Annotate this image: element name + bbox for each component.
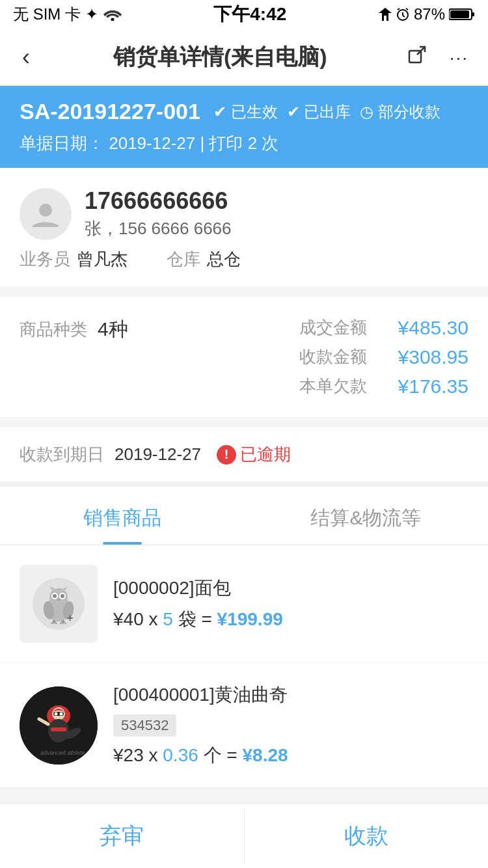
customer-avatar — [20, 188, 72, 240]
sim-label: 无 SIM 卡 ✦ — [13, 4, 98, 25]
warehouse-info: 仓库 总仓 — [167, 248, 241, 271]
stats-right: 成交金额 ¥485.30 收款金额 ¥308.95 本单欠款 ¥176.35 — [299, 316, 468, 398]
badge-partial: ◷ 部分收款 — [360, 102, 441, 122]
svg-rect-35 — [51, 727, 66, 731]
svg-line-5 — [406, 8, 408, 10]
price-qty-2: 0.36 — [163, 745, 198, 765]
warehouse-value: 总仓 — [207, 248, 241, 271]
tab-settlement[interactable]: 结算&物流等 — [244, 487, 488, 545]
product-item-2: advanced athlete [000400001]黄油曲奇 534532 … — [0, 663, 488, 788]
order-meta: 单据日期： 2019-12-27 | 打印 2 次 — [20, 132, 468, 155]
location-icon — [379, 8, 392, 21]
product-price-2: ¥23 x 0.36 个 = ¥8.28 — [113, 743, 468, 768]
tabs: 销售商品 结算&物流等 — [0, 487, 488, 545]
product-thumb-1: + — [20, 565, 98, 643]
overdue-badge: ! 已逾期 — [217, 443, 291, 466]
bottom-bar: 弃审 收款 — [0, 803, 488, 868]
product-list: + [0000002]面包 ¥40 x 5 袋 = ¥199.99 — [0, 545, 488, 788]
meta-print: | 打印 2 次 — [200, 133, 278, 153]
share-button[interactable] — [404, 40, 433, 74]
status-left: 无 SIM 卡 ✦ — [13, 4, 122, 25]
svg-text:+: + — [67, 612, 73, 623]
order-banner: SA-20191227-001 ✔ 已生效 ✔ 已出库 ◷ 部分收款 单据日期：… — [0, 86, 488, 168]
price-total-1: ¥199.99 — [217, 609, 283, 629]
battery-text: 87% — [414, 5, 445, 23]
badge-shipped: ✔ 已出库 — [287, 102, 351, 122]
type-label: 商品种类 — [20, 318, 87, 341]
price-eq-1: = — [201, 609, 217, 629]
meta-date: 2019-12-27 — [109, 133, 195, 153]
due-date: 2019-12-27 — [115, 444, 201, 465]
sales-value: 曾凡杰 — [77, 248, 128, 271]
svg-point-39 — [55, 712, 58, 715]
due-section: 收款到期日 2019-12-27 ! 已逾期 — [0, 427, 488, 487]
back-button[interactable]: ‹ — [16, 37, 36, 77]
cancel-review-button[interactable]: 弃审 — [0, 808, 245, 864]
order-id: SA-20191227-001 — [20, 99, 200, 124]
stats-left: 商品种类 4种 — [20, 316, 299, 343]
price-base-1: ¥40 — [113, 609, 144, 629]
svg-rect-7 — [472, 12, 474, 16]
svg-point-11 — [39, 204, 52, 217]
svg-point-18 — [61, 594, 64, 598]
debt-row: 本单欠款 ¥176.35 — [299, 375, 468, 398]
price-unit-2: 个 — [204, 745, 222, 765]
product-info-2: [000400001]黄油曲奇 534532 ¥23 x 0.36 个 = ¥8… — [113, 683, 468, 768]
price-eq-2: = — [226, 745, 242, 765]
nav-bar: ‹ 销货单详情(来自电脑) ··· — [0, 29, 488, 86]
battery-icon — [449, 8, 475, 21]
debt-value: ¥176.35 — [377, 375, 468, 398]
product-thumb-2: advanced athlete — [20, 686, 98, 765]
nav-actions: ··· — [404, 40, 472, 74]
customer-section: 17666666666 张，156 6666 6666 业务员 曾凡杰 仓库 总… — [0, 168, 488, 286]
payment-button[interactable]: 收款 — [245, 808, 489, 864]
svg-point-0 — [111, 18, 114, 21]
svg-line-4 — [398, 8, 400, 10]
received-label: 收款金额 — [299, 346, 367, 368]
product-tag-2: 534532 — [113, 714, 176, 737]
svg-text:advanced athlete: advanced athlete — [40, 750, 85, 756]
overdue-icon: ! — [217, 445, 236, 465]
svg-point-40 — [60, 712, 63, 715]
more-button[interactable]: ··· — [446, 41, 472, 73]
sales-label: 业务员 — [20, 248, 70, 271]
price-unit-1: 袋 — [178, 609, 197, 629]
price-total-2: ¥8.28 — [242, 745, 288, 765]
status-right: 87% — [379, 5, 475, 23]
product-info-1: [0000002]面包 ¥40 x 5 袋 = ¥199.99 — [113, 576, 468, 632]
page-title: 销货单详情(来自电脑) — [36, 42, 404, 72]
stats-section: 商品种类 4种 成交金额 ¥485.30 收款金额 ¥308.95 本单欠款 ¥… — [0, 297, 488, 417]
product-item: + [0000002]面包 ¥40 x 5 袋 = ¥199.99 — [0, 545, 488, 663]
status-bar: 无 SIM 卡 ✦ 下午4:42 87% — [0, 0, 488, 29]
badge-effective: ✔ 已生效 — [213, 102, 278, 122]
warehouse-label: 仓库 — [167, 248, 200, 271]
order-badges: ✔ 已生效 ✔ 已出库 ◷ 部分收款 — [213, 102, 441, 122]
product-name-1: [0000002]面包 — [113, 576, 468, 601]
product-price-1: ¥40 x 5 袋 = ¥199.99 — [113, 607, 468, 632]
due-label: 收款到期日 — [20, 443, 104, 466]
price-x-1: x — [149, 609, 163, 629]
debt-label: 本单欠款 — [299, 375, 367, 398]
customer-sub: 张，156 6666 6666 — [85, 217, 232, 240]
overdue-text: 已逾期 — [240, 443, 291, 466]
alarm-icon — [396, 7, 410, 21]
status-time: 下午4:42 — [213, 2, 286, 27]
price-qty-1: 5 — [163, 609, 173, 629]
tab-products[interactable]: 销售商品 — [0, 487, 244, 545]
svg-rect-8 — [450, 10, 469, 18]
svg-line-3 — [403, 16, 405, 17]
meta-label: 单据日期： — [20, 133, 104, 153]
price-x-2: x — [149, 745, 163, 765]
wifi-icon — [103, 8, 122, 21]
sales-info: 业务员 曾凡杰 — [20, 248, 128, 271]
customer-id: 17666666666 — [85, 187, 232, 215]
product-name-2: [000400001]黄油曲奇 — [113, 683, 468, 707]
received-row: 收款金额 ¥308.95 — [299, 346, 468, 368]
svg-point-17 — [53, 594, 57, 598]
amount-row: 成交金额 ¥485.30 — [299, 316, 468, 339]
price-base-2: ¥23 — [113, 745, 144, 765]
type-value: 4种 — [98, 316, 128, 343]
amount-label: 成交金额 — [299, 316, 367, 339]
amount-value: ¥485.30 — [377, 317, 468, 339]
received-value: ¥308.95 — [377, 346, 468, 368]
